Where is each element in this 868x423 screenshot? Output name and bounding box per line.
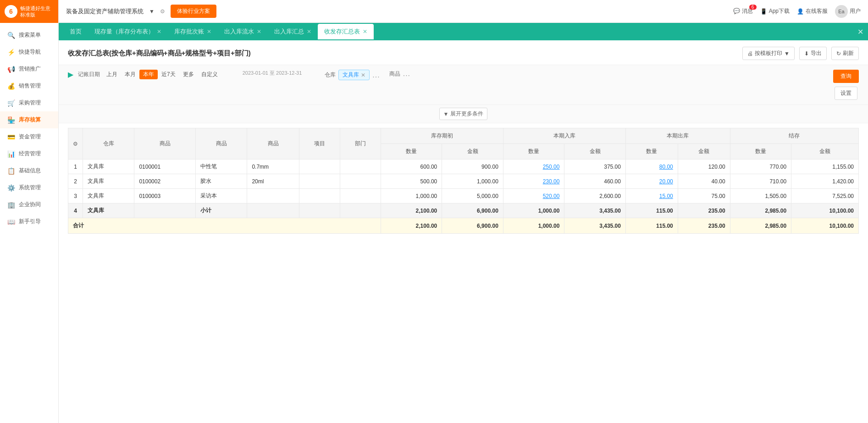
date-btn-7days[interactable]: 近7天 (158, 70, 179, 79)
row-project (299, 203, 340, 218)
row-in-amt: 460.00 (564, 174, 626, 189)
tab-receive-summary[interactable]: 收发存汇总表 ✕ (318, 24, 374, 39)
table-row: 1文具库0100001中性笔0.7mm600.00900.00250.00375… (68, 159, 859, 174)
system-dropdown[interactable]: ▼ (149, 8, 155, 15)
settings-icon[interactable]: ⚙ (160, 8, 165, 15)
sidebar-item-business[interactable]: 📊 经营管理 (0, 145, 58, 162)
sidebar-item-label: 销售管理 (19, 82, 41, 90)
row-out-qty-link[interactable]: 20.00 (659, 178, 673, 185)
refresh-label: 刷新 (843, 49, 854, 57)
table-wrap: ⚙ 仓库 商品 商品 商品 项目 部门 库存期初 本期入库 本期出库 结存 (68, 123, 859, 234)
logo-icon: 6 (5, 5, 17, 18)
message-badge[interactable]: 💬 消息 6 (733, 7, 752, 15)
row-out-qty[interactable]: 80.00 (625, 159, 678, 174)
th-code: 商品 (134, 128, 196, 159)
footer-open-qty: 2,100.00 (381, 218, 442, 234)
th-in-qty: 数量 (503, 144, 564, 159)
th-in-amt: 金额 (564, 144, 626, 159)
marketing-icon: 📢 (7, 66, 15, 73)
date-btn-this-month[interactable]: 本月 (121, 70, 139, 79)
tab-batch-account[interactable]: 库存批次账 ✕ (168, 24, 218, 39)
row-in-qty[interactable]: 520.00 (503, 189, 564, 203)
filter-settings-button[interactable]: 设置 (835, 87, 857, 100)
page-body: 收发存汇总表(按仓库+商品编码+商品+规格型号+项目+部门) 🖨 按模板打印 ▼… (59, 40, 868, 423)
tab-close-icon[interactable]: ✕ (307, 28, 311, 35)
sidebar-item-base-info[interactable]: 📋 基础信息 (0, 162, 58, 179)
user-btn[interactable]: Ea 用户 (835, 5, 861, 18)
tab-close-icon[interactable]: ✕ (207, 28, 211, 35)
footer-in-amt: 3,435.00 (564, 218, 626, 234)
warehouse-tag[interactable]: 文具库 ✕ (338, 70, 370, 80)
row-in-qty-link[interactable]: 250.00 (543, 164, 560, 170)
warehouse-more-btn[interactable]: ... (372, 71, 380, 79)
date-btn-this-year[interactable]: 本年 (139, 70, 158, 79)
date-btn-custom[interactable]: 自定义 (198, 70, 221, 79)
system-icon: ⚙️ (7, 184, 15, 192)
user-label: 用户 (850, 7, 861, 15)
tab-label: 收发存汇总表 (324, 27, 360, 36)
th-spec: 商品 (247, 128, 299, 159)
app-download-btn[interactable]: 📱 App下载 (760, 7, 790, 15)
tab-close-icon[interactable]: ✕ (157, 28, 161, 35)
tab-bar: 首页 现存量（库存分布表） ✕ 库存批次账 ✕ 出入库流水 ✕ 出入库汇总 ✕ … (59, 23, 868, 40)
print-button[interactable]: 🖨 按模板打印 ▼ (742, 47, 795, 60)
row-in-qty-link[interactable]: 230.00 (543, 178, 560, 185)
sidebar-item-enterprise[interactable]: 🏢 企业协同 (0, 196, 58, 213)
tab-close-icon[interactable]: ✕ (363, 28, 367, 35)
trial-button[interactable]: 体验行业方案 (171, 5, 216, 18)
date-btn-more[interactable]: 更多 (179, 70, 198, 79)
online-service-btn[interactable]: 👤 在线客服 (797, 7, 828, 15)
sidebar-item-system[interactable]: ⚙️ 系统管理 (0, 179, 58, 196)
row-code (134, 203, 196, 218)
warehouse-tag-close-icon[interactable]: ✕ (361, 72, 365, 78)
sidebar-item-search[interactable]: 🔍 搜索菜单 (0, 27, 58, 44)
product-more-btn[interactable]: ... (403, 70, 410, 78)
th-warehouse: 仓库 (83, 128, 134, 159)
column-settings-icon[interactable]: ⚙ (73, 141, 78, 147)
row-in-qty-link[interactable]: 520.00 (543, 193, 560, 199)
filter-toggle-btn[interactable]: ▶ (68, 70, 73, 79)
row-out-qty-link[interactable]: 80.00 (659, 164, 673, 170)
tab-inout-summary[interactable]: 出入库汇总 ✕ (268, 24, 318, 39)
export-button[interactable]: ⬇ 导出 (799, 47, 827, 60)
row-out-qty[interactable]: 20.00 (625, 174, 678, 189)
row-warehouse: 文具库 (83, 174, 134, 189)
row-out-qty-link[interactable]: 15.00 (659, 193, 673, 199)
tab-label: 出入库汇总 (274, 27, 304, 36)
expand-label: 展开更多条件 (450, 110, 483, 118)
tab-home[interactable]: 首页 (63, 24, 88, 39)
sales-icon: 💰 (7, 82, 15, 90)
topbar-right: 💬 消息 6 📱 App下载 👤 在线客服 Ea 用户 (733, 5, 861, 18)
tab-close-icon[interactable]: ✕ (257, 28, 261, 35)
sidebar-item-sales[interactable]: 💰 销售管理 (0, 77, 58, 94)
sidebar-item-quick-nav[interactable]: ⚡ 快捷导航 (0, 44, 58, 60)
row-in-qty[interactable]: 250.00 (503, 159, 564, 174)
row-project (299, 189, 340, 203)
row-name: 胶水 (195, 174, 247, 189)
row-out-qty[interactable]: 15.00 (625, 189, 678, 203)
date-btn-last-month[interactable]: 上月 (103, 70, 121, 79)
sidebar-item-inventory[interactable]: 🏪 库存核算 (0, 111, 58, 128)
expand-icon: ▼ (443, 111, 449, 117)
sidebar-item-label: 快捷导航 (19, 48, 41, 56)
row-open-qty: 1,000.00 (381, 189, 442, 203)
query-button[interactable]: 查询 (833, 70, 859, 83)
sidebar-item-finance[interactable]: 💳 资金管理 (0, 128, 58, 145)
row-out-amt: 40.00 (678, 174, 730, 189)
tab-inout-flow[interactable]: 出入库流水 ✕ (218, 24, 268, 39)
tab-bar-close-icon[interactable]: ✕ (857, 27, 863, 36)
sidebar-item-label: 营销推广 (19, 65, 41, 73)
row-project (299, 174, 340, 189)
expand-more-btn[interactable]: ▼ 展开更多条件 (439, 108, 488, 120)
sidebar-item-purchase[interactable]: 🛒 采购管理 (0, 94, 58, 111)
app-download-label: App下载 (769, 7, 790, 15)
refresh-button[interactable]: ↻ 刷新 (831, 47, 859, 60)
th-project: 项目 (299, 128, 340, 159)
page-header: 收发存汇总表(按仓库+商品编码+商品+规格型号+项目+部门) 🖨 按模板打印 ▼… (59, 40, 868, 65)
row-in-qty[interactable]: 230.00 (503, 174, 564, 189)
row-bal-qty: 770.00 (730, 159, 791, 174)
tab-inventory-dist[interactable]: 现存量（库存分布表） ✕ (88, 24, 168, 39)
sidebar-item-guide[interactable]: 📖 新手引导 (0, 213, 58, 230)
th-open-qty: 数量 (381, 144, 442, 159)
sidebar-item-marketing[interactable]: 📢 营销推广 (0, 60, 58, 77)
